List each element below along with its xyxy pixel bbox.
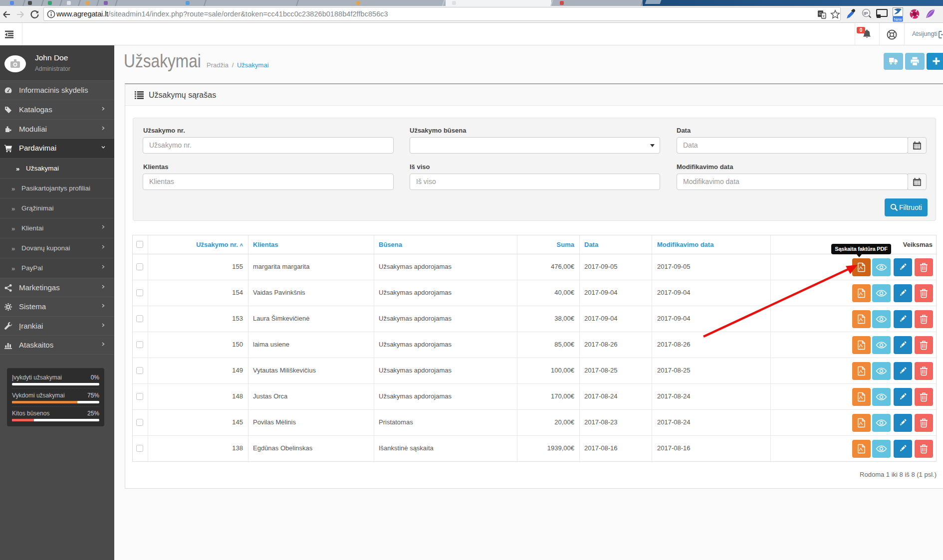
svg-text:x: x [822,13,825,18]
svg-text:New: New [894,17,902,22]
svg-text:IP: IP [864,10,869,16]
